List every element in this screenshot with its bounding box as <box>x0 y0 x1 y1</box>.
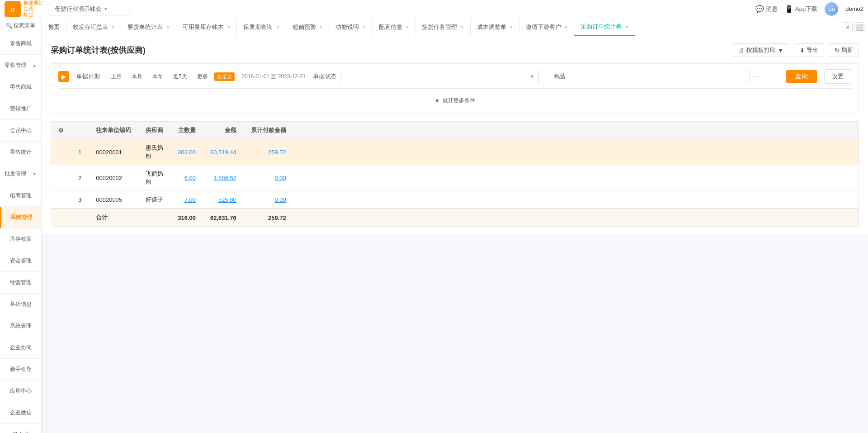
tab-func-desc[interactable]: 功能说明 × <box>329 18 372 36</box>
sidebar-item-newbie-guide[interactable]: 新手引导 <box>0 359 41 381</box>
tab-goods-stats[interactable]: 要货单统计表 × <box>121 18 176 36</box>
sidebar-item-basic-info[interactable]: 基础信息 <box>0 294 41 315</box>
th-supplier: 供应商 <box>138 122 170 139</box>
goods-filter: 商品 ··· <box>553 70 779 83</box>
paid-amount-link[interactable]: 259.72 <box>268 149 286 156</box>
goods-input[interactable] <box>569 70 750 83</box>
row-supplier: 好孩子 <box>138 191 170 209</box>
sidebar-item-enterprise-wechat[interactable]: 企业微信 <box>0 402 41 424</box>
tab-receive-send[interactable]: 收发存汇总表 × <box>66 18 121 36</box>
purchase-mgmt-label: 采购管理 <box>10 214 32 221</box>
tab-config-info[interactable]: 配置信息 × <box>373 18 415 36</box>
paid-amount-link[interactable]: 0.00 <box>275 175 286 181</box>
status-select[interactable]: ▼ <box>340 70 538 83</box>
row-code: 00020001 <box>89 139 138 165</box>
sidebar-item-operation-mgmt[interactable]: 经营管理 <box>0 272 41 294</box>
enterprise-wechat-label: 企业微信 <box>10 409 32 417</box>
close-icon[interactable]: × <box>406 24 409 30</box>
more-options-icon[interactable]: ··· <box>753 72 759 81</box>
svg-text:好: 好 <box>10 7 15 12</box>
tab-invite-downstream[interactable]: 邀请下游客户 × <box>519 18 574 36</box>
amount-link[interactable]: 60,519.44 <box>210 149 236 156</box>
th-code: 往来单位编码 <box>89 122 138 139</box>
shortcut-7days[interactable]: 近7天 <box>170 72 191 81</box>
user-name[interactable]: demo2 <box>845 5 863 12</box>
gear-icon[interactable]: ⚙ <box>58 127 64 134</box>
main-qty-link[interactable]: 7.00 <box>184 196 196 203</box>
tab-cost-adjust[interactable]: 成本调整单 × <box>471 18 519 36</box>
print-button[interactable]: 🖨 按模板打印 ▼ <box>733 43 789 57</box>
close-icon[interactable]: × <box>276 24 279 30</box>
tab-available-stock[interactable]: 可用量库存账本 × <box>176 18 237 36</box>
org-selector[interactable]: 母婴行业演示账套 ▼ <box>50 3 131 15</box>
message-button[interactable]: 💬 消息 <box>755 5 778 13</box>
logo-text: 畅捷通好生意 <box>24 0 45 12</box>
row-amount: 525.80 <box>203 191 244 209</box>
tab-home[interactable]: 首页 <box>42 18 66 36</box>
close-icon[interactable]: × <box>166 24 169 30</box>
tab-purchase-summary-label: 采购订单统计表 <box>580 23 622 31</box>
sidebar-item-retail-mgmt[interactable]: 零售管理 ▲ <box>0 55 41 76</box>
shortcut-last-month[interactable]: 上月 <box>107 72 125 81</box>
close-icon[interactable]: × <box>461 24 463 30</box>
sidebar-item-app-center[interactable]: 应用中心 <box>0 381 41 402</box>
close-icon[interactable]: × <box>227 24 230 30</box>
sidebar-item-purchase-mgmt[interactable]: 采购管理 <box>0 207 41 228</box>
close-icon[interactable]: × <box>363 24 365 30</box>
wholesale-mgmt-label: 批发管理 <box>5 170 26 178</box>
tab-expiry-query[interactable]: 保质期查询 × <box>237 18 286 36</box>
settings-button[interactable]: 设置 <box>824 69 851 84</box>
shortcut-more[interactable]: 更多 <box>193 72 212 81</box>
sidebar-item-wholesale-mgmt[interactable]: 批发管理 ▼ <box>0 163 41 185</box>
tab-expiry-query-label: 保质期查询 <box>243 23 273 31</box>
expand-more-button[interactable]: ▼ 展开更多条件 <box>431 93 479 108</box>
message-label: 消息 <box>766 5 778 13</box>
app-download-button[interactable]: 📱 App下载 <box>785 5 817 13</box>
amount-link[interactable]: 1,586.52 <box>213 175 236 181</box>
query-button[interactable]: 查询 <box>786 70 817 83</box>
main-qty-link[interactable]: 303.00 <box>178 149 196 156</box>
tab-bar: 首页 收发存汇总表 × 要货单统计表 × 可用量库存账本 × 保质期查询 × <box>42 18 868 36</box>
close-tab-button[interactable]: × <box>843 22 853 32</box>
filter-toggle-button[interactable]: ▶ <box>58 71 69 82</box>
close-icon[interactable]: × <box>625 24 628 29</box>
sidebar-item-finance-mgmt[interactable]: 资金管理 <box>0 250 41 272</box>
shortcut-this-month[interactable]: 本月 <box>128 72 146 81</box>
sidebar-item-stock-check[interactable]: 库存核算 <box>0 228 41 250</box>
close-icon[interactable]: × <box>565 24 567 30</box>
th-amount: 金额 <box>203 122 244 139</box>
tab-overstock[interactable]: 超储预警 × <box>286 18 329 36</box>
tab-picking-task[interactable]: 拣货任务管理 × <box>415 18 470 36</box>
refresh-icon: ↻ <box>835 47 840 54</box>
tab-purchase-summary[interactable]: 采购订单统计表 × <box>574 18 635 36</box>
row-supplier: 飞鹤奶粉 <box>138 165 170 191</box>
finance-mgmt-label: 资金管理 <box>10 257 32 265</box>
sidebar-item-search[interactable]: 🔍 搜索菜单 <box>0 18 41 33</box>
close-icon[interactable]: × <box>112 24 114 30</box>
sidebar-item-retail-store[interactable]: 零售商城 <box>0 76 41 98</box>
retail-mgmt-label: 零售管理 <box>5 62 26 69</box>
title-actions: 🖨 按模板打印 ▼ ⬇ 导出 ↻ 刷新 <box>733 43 859 57</box>
sidebar-item-enterprise-coop[interactable]: 企业协同 <box>0 337 41 359</box>
main-qty-link[interactable]: 6.00 <box>184 175 196 181</box>
export-button[interactable]: ⬇ 导出 <box>794 43 824 57</box>
maximize-button[interactable]: ⬜ <box>854 22 864 32</box>
sidebar-item-quick-nav[interactable]: 零售商城 <box>0 33 41 55</box>
sidebar-item-ecommerce-mgmt[interactable]: 电商管理 <box>0 185 41 207</box>
top-right: 💬 消息 📱 App下载 Ea demo2 <box>755 2 863 16</box>
close-icon[interactable]: × <box>510 24 513 30</box>
sidebar-item-member-center[interactable]: 会员中心 <box>0 120 41 142</box>
operation-mgmt-label: 经营管理 <box>10 279 32 286</box>
paid-amount-link[interactable]: 0.00 <box>275 196 286 203</box>
refresh-button[interactable]: ↻ 刷新 <box>829 43 859 57</box>
footer-gear-col <box>51 209 71 227</box>
shortcut-this-year[interactable]: 本年 <box>149 72 167 81</box>
close-icon[interactable]: × <box>320 24 322 30</box>
amount-link[interactable]: 525.80 <box>218 196 236 203</box>
sidebar-item-retail-stats[interactable]: 零售统计 <box>0 142 41 163</box>
sidebar-item-system-mgmt[interactable]: 系统管理 <box>0 315 41 337</box>
row-main-qty: 6.00 <box>170 165 203 191</box>
sidebar-item-vip-member[interactable]: 畅会员 <box>0 424 41 433</box>
sidebar-item-marketing[interactable]: 营销推广 <box>0 98 41 120</box>
custom-date-badge[interactable]: 自定义 <box>214 72 235 81</box>
